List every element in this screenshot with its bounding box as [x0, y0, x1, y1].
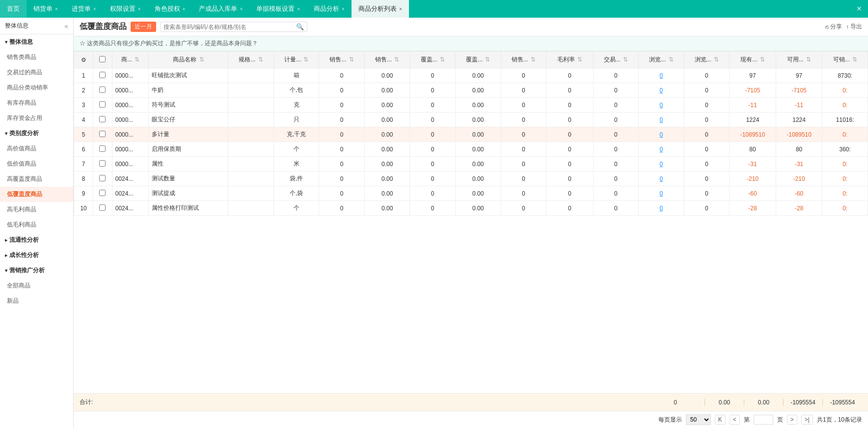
close-icon[interactable]: × — [399, 6, 402, 12]
col-settings[interactable]: ⚙ — [74, 52, 93, 68]
nav-home[interactable]: 首页 — [0, 0, 27, 18]
browse-link[interactable]: 0 — [660, 205, 663, 212]
sidebar-collapse-button[interactable]: « — [64, 22, 68, 30]
browse-link[interactable]: 0 — [660, 87, 663, 94]
sidebar-group-category-analysis[interactable]: ▾ 类别度分析 — [0, 126, 73, 141]
browse-link[interactable]: 0 — [660, 102, 663, 109]
col-sales-amt[interactable]: 销售... ⇅ — [364, 52, 410, 68]
sidebar-item-high-value[interactable]: 高价值商品 — [0, 141, 73, 156]
nav-product-analysis-list[interactable]: 商品分析列表 × — [352, 0, 409, 18]
sidebar-item-category-activity[interactable]: 商品分类动销率 — [0, 80, 73, 95]
table-cell: 0.00 — [455, 157, 501, 171]
pagination-nav-last[interactable]: >| — [801, 415, 813, 425]
sidebar-item-low-value[interactable]: 低价值商品 — [0, 156, 73, 171]
col-sales-qty[interactable]: 销售... ⇅ — [319, 52, 365, 68]
sidebar-group-growth[interactable]: ▸ 成长性分析 — [0, 248, 73, 263]
search-input[interactable] — [163, 24, 296, 30]
sidebar-item-stock-capital[interactable]: 库存资金占用 — [0, 111, 73, 126]
sidebar-group-overall[interactable]: ▾ 整体信息 — [0, 34, 73, 50]
sidebar-group-marketing[interactable]: ▾ 营销推广分析 — [0, 263, 73, 278]
row-checkbox[interactable] — [99, 72, 106, 78]
table-cell: 80 — [730, 142, 776, 157]
row-checkbox[interactable] — [99, 131, 106, 137]
page-input[interactable]: 1 — [754, 415, 773, 425]
row-checkbox[interactable] — [99, 101, 106, 108]
col-name[interactable]: 商品名称 ⇅ — [149, 52, 228, 68]
table-cell: 0 — [410, 171, 456, 186]
close-icon[interactable]: × — [138, 6, 141, 12]
close-icon[interactable]: × — [240, 6, 243, 12]
sidebar-item-high-margin[interactable]: 高毛利商品 — [0, 202, 73, 217]
sidebar-item-in-stock-goods[interactable]: 有库存商品 — [0, 95, 73, 111]
table-cell: 0 — [546, 157, 594, 171]
col-browse2[interactable]: 浏览... ⇅ — [684, 52, 730, 68]
col-unit[interactable]: 计量... ⇅ — [273, 52, 319, 68]
col-sales3[interactable]: 销售... ⇅ — [501, 52, 546, 68]
close-icon[interactable]: × — [183, 6, 186, 12]
table-cell: 属性 — [149, 157, 228, 171]
nav-role-auth[interactable]: 角色授权 × — [148, 0, 192, 18]
close-icon[interactable]: × — [55, 6, 58, 12]
table-row: 90024...测试提成个,袋00.0000.0000000-60-600: — [74, 186, 868, 201]
close-icon[interactable]: × — [297, 6, 300, 12]
total-cover2: 0.00 — [744, 399, 784, 406]
row-checkbox[interactable] — [99, 160, 106, 167]
browse-link[interactable]: 0 — [660, 146, 663, 153]
row-checkbox[interactable] — [99, 86, 106, 93]
col-browse1[interactable]: 浏览... ⇅ — [639, 52, 684, 68]
sidebar-group-circulation[interactable]: ▸ 流通性分析 — [0, 232, 73, 248]
table-cell: 0: — [822, 186, 868, 201]
global-close-button[interactable]: × — [850, 0, 868, 18]
browse-link[interactable]: 0 — [660, 131, 663, 138]
col-sku-code[interactable]: 商... ⇅ — [112, 52, 149, 68]
pagination-nav-first[interactable]: K — [715, 415, 726, 425]
select-all-checkbox[interactable] — [99, 56, 106, 62]
sidebar-item-high-coverage[interactable]: 高覆盖度商品 — [0, 171, 73, 187]
col-checkbox[interactable] — [93, 52, 112, 68]
table-cell: 0.00 — [364, 83, 410, 98]
col-spec[interactable]: 规格... ⇅ — [228, 52, 274, 68]
col-trade[interactable]: 交易... ⇅ — [593, 52, 639, 68]
close-icon[interactable]: × — [342, 6, 345, 12]
table-cell: 0000... — [112, 98, 149, 113]
row-checkbox[interactable] — [99, 175, 106, 181]
browse-link[interactable]: 0 — [660, 175, 663, 182]
col-saleable[interactable]: 可销... ⇅ — [822, 52, 868, 68]
browse-link[interactable]: 0 — [660, 190, 663, 197]
row-checkbox[interactable] — [99, 204, 106, 211]
row-checkbox[interactable] — [99, 145, 106, 152]
sidebar-item-traded-goods[interactable]: 交易过的商品 — [0, 65, 73, 80]
col-gross-rate[interactable]: 毛利率 ⇅ — [546, 52, 594, 68]
table-cell: 0 — [501, 68, 546, 83]
nav-product-analysis[interactable]: 商品分析 × — [307, 0, 352, 18]
col-available-stock[interactable]: 可用... ⇅ — [776, 52, 822, 68]
time-filter-button[interactable]: 近一月 — [131, 22, 156, 32]
nav-product-inbound[interactable]: 产成品入库单 × — [192, 0, 249, 18]
col-current-stock[interactable]: 现有... ⇅ — [730, 52, 776, 68]
close-icon[interactable]: × — [93, 6, 96, 12]
sidebar-item-low-margin[interactable]: 低毛利商品 — [0, 217, 73, 232]
nav-template-settings[interactable]: 单据模板设置 × — [249, 0, 307, 18]
pagination-nav-prev[interactable]: < — [730, 415, 740, 425]
col-cover1[interactable]: 覆盖... ⇅ — [410, 52, 456, 68]
col-cover2[interactable]: 覆盖... ⇅ — [455, 52, 501, 68]
table-cell: 0: — [822, 201, 868, 216]
pagination-nav-next[interactable]: > — [787, 415, 797, 425]
nav-purchase-order[interactable]: 进货单 × — [65, 0, 103, 18]
browse-link[interactable]: 0 — [660, 72, 663, 79]
share-icon: ⎋ — [825, 24, 829, 30]
row-checkbox[interactable] — [99, 190, 106, 196]
sidebar-item-sales-goods[interactable]: 销售类商品 — [0, 50, 73, 65]
export-button[interactable]: ↑ 导出 — [846, 23, 862, 31]
per-page-select[interactable]: 10 20 50 100 — [686, 414, 711, 425]
sidebar-item-all-goods[interactable]: 全部商品 — [0, 278, 73, 293]
row-checkbox[interactable] — [99, 116, 106, 122]
browse-link[interactable]: 0 — [660, 116, 663, 123]
share-button[interactable]: ⎋ 分享 — [825, 23, 842, 31]
sidebar-item-new-goods[interactable]: 新品 — [0, 293, 73, 309]
sidebar-item-low-coverage[interactable]: 低覆盖度商品 — [0, 187, 73, 202]
browse-link[interactable]: 0 — [660, 161, 663, 168]
nav-permissions[interactable]: 权限设置 × — [103, 0, 148, 18]
nav-sales-order[interactable]: 销货单 × — [27, 0, 65, 18]
table-cell: 0.00 — [455, 113, 501, 127]
